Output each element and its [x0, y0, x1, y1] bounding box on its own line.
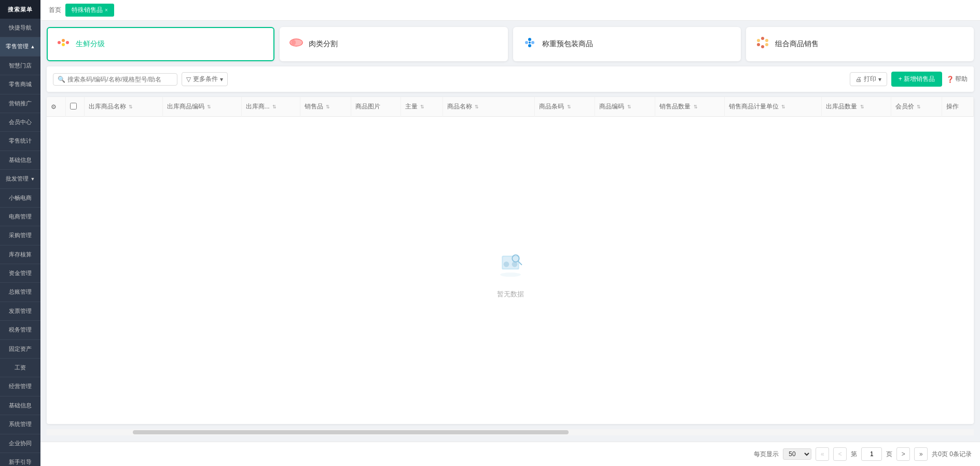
- th-setting[interactable]: ⚙: [47, 97, 65, 117]
- page-size-select[interactable]: 50 10 20 100: [783, 448, 811, 460]
- sidebar-item-label: 发票管理: [9, 307, 32, 315]
- th-action: 操作: [942, 97, 974, 117]
- h-scrollbar-thumb[interactable]: [133, 430, 569, 434]
- sort-icon[interactable]: ⇅: [694, 104, 698, 109]
- toolbar-right: 🖨 打印 ▾ + 新增销售品 ❓ 帮助: [850, 72, 968, 87]
- chevron-down-icon-wholesale: ▼: [31, 176, 35, 183]
- th-member-price: 会员价 ⇅: [891, 97, 942, 117]
- topbar-active-tab[interactable]: 特殊销售品 ×: [65, 4, 114, 17]
- tab-card-combo-label: 组合商品销售: [775, 39, 819, 49]
- h-scrollbar[interactable]: [47, 429, 974, 435]
- help-button[interactable]: ❓ 帮助: [946, 75, 968, 84]
- print-button[interactable]: 🖨 打印 ▾: [850, 72, 887, 86]
- topbar-home-link[interactable]: 首页: [49, 6, 61, 15]
- sidebar-item-wholesale[interactable]: 批发管理 ▼: [0, 170, 40, 188]
- svg-point-10: [529, 42, 531, 44]
- filter-button[interactable]: ▽ 更多条件 ▾: [182, 72, 228, 86]
- sidebar-item-member[interactable]: 会员中心: [0, 113, 40, 132]
- search-input-wrap[interactable]: 🔍: [53, 73, 177, 86]
- sort-icon[interactable]: ⇅: [326, 104, 330, 109]
- sidebar-item-basicinfo2[interactable]: 基础信息: [0, 396, 40, 415]
- sidebar-item-label: 零售统计: [9, 137, 32, 145]
- tab-card-fresh[interactable]: 生鲜分级: [47, 27, 274, 61]
- th-goods-code: 商品编码 ⇅: [595, 97, 655, 117]
- sort-icon[interactable]: ⇅: [567, 104, 571, 109]
- sidebar-logo[interactable]: 搜索菜单: [0, 0, 40, 19]
- sidebar-item-finance[interactable]: 资金管理: [0, 264, 40, 283]
- add-btn-label: + 新增销售品: [899, 75, 935, 84]
- sidebar-item-label: 小畅电商: [9, 194, 32, 202]
- svg-point-7: [528, 38, 531, 41]
- add-sale-item-button[interactable]: + 新增销售品: [891, 72, 942, 87]
- sort-icon[interactable]: ⇅: [272, 104, 277, 109]
- tab-card-combo[interactable]: 组合商品销售: [746, 27, 974, 61]
- sidebar-item-label: 批发管理: [6, 175, 29, 183]
- filter-icon: ▽: [186, 76, 191, 83]
- topbar-tab-close-icon[interactable]: ×: [105, 7, 108, 13]
- svg-point-5: [292, 40, 296, 46]
- sidebar-item-smartstore[interactable]: 智慧门店: [0, 57, 40, 75]
- sidebar-item-label: 会员中心: [9, 118, 32, 126]
- sidebar-item-label: 基础信息: [9, 402, 32, 409]
- print-icon: 🖨: [855, 76, 862, 83]
- svg-point-12: [761, 37, 764, 40]
- data-table: ⚙ 出库商品名称 ⇅ 出库商品编码 ⇅: [47, 97, 974, 117]
- sidebar-item-enterprise[interactable]: 企业协同: [0, 434, 40, 453]
- sort-icon[interactable]: ⇅: [781, 104, 785, 109]
- table-wrap: ⚙ 出库商品名称 ⇅ 出库商品编码 ⇅: [47, 97, 974, 424]
- tab-card-meat[interactable]: 肉类分割: [280, 27, 507, 61]
- sidebar-item-newbie[interactable]: 新手引导: [0, 453, 40, 466]
- sidebar-item-xiaochang[interactable]: 小畅电商: [0, 189, 40, 208]
- sidebar-item-ledger[interactable]: 总账管理: [0, 283, 40, 301]
- sidebar-item-label: 工资: [15, 364, 26, 372]
- sort-icon[interactable]: ⇅: [475, 104, 479, 109]
- th-weight: 主量 ⇅: [401, 97, 443, 117]
- page-label: 第: [851, 450, 857, 459]
- sidebar-item-label: 库存核算: [9, 251, 32, 258]
- page-unit: 页: [886, 450, 892, 459]
- sidebar-item-wage[interactable]: 工资: [0, 359, 40, 377]
- page-input[interactable]: [861, 447, 882, 461]
- sidebar-item-tax[interactable]: 税务管理: [0, 321, 40, 339]
- select-all-checkbox[interactable]: [70, 103, 77, 109]
- sidebar-item-label: 采购管理: [9, 231, 32, 239]
- svg-point-3: [62, 43, 65, 46]
- table-header: ⚙ 出库商品名称 ⇅ 出库商品编码 ⇅: [47, 97, 974, 117]
- next-page-button[interactable]: >: [896, 447, 910, 461]
- sidebar-item-invoice[interactable]: 发票管理: [0, 302, 40, 321]
- sidebar-item-ecommerce[interactable]: 电商管理: [0, 208, 40, 226]
- sidebar-item-label: 智慧门店: [9, 62, 32, 70]
- filter-label: 更多条件: [193, 75, 218, 84]
- sidebar-item-quicknav[interactable]: 快捷导航: [0, 19, 40, 37]
- sidebar-item-retailstat[interactable]: 零售统计: [0, 132, 40, 150]
- page-size-label: 每页显示: [754, 450, 779, 459]
- sidebar-item-retailmall[interactable]: 零售商城: [0, 75, 40, 94]
- sidebar-item-basicinfo1[interactable]: 基础信息: [0, 151, 40, 170]
- sidebar-item-fixedasset[interactable]: 固定资产: [0, 340, 40, 359]
- tab-card-weigh[interactable]: 称重预包装商品: [513, 27, 741, 61]
- sidebar-item-marketing[interactable]: 营销推广: [0, 94, 40, 113]
- sort-icon[interactable]: ⇅: [917, 104, 921, 109]
- prev-page-button[interactable]: <: [833, 447, 847, 461]
- first-page-button[interactable]: «: [816, 447, 829, 461]
- sidebar-item-purchase[interactable]: 采购管理: [0, 226, 40, 245]
- last-page-button[interactable]: »: [914, 447, 928, 461]
- tab-card-meat-label: 肉类分割: [309, 39, 338, 49]
- sort-icon[interactable]: ⇅: [129, 104, 133, 109]
- sort-icon[interactable]: ⇅: [420, 104, 424, 109]
- sidebar-item-bizmanage[interactable]: 经营管理: [0, 377, 40, 396]
- help-icon: ❓: [946, 76, 954, 83]
- sidebar-item-sysmanage[interactable]: 系统管理: [0, 415, 40, 434]
- sidebar: 搜索菜单 快捷导航 零售管理 ▲ 智慧门店 零售商城 营销推广 会员中心 零售统…: [0, 0, 40, 466]
- sort-icon[interactable]: ⇅: [207, 104, 211, 109]
- search-input[interactable]: [67, 76, 173, 83]
- th-out-qty: 出库品数量 ⇅: [822, 97, 891, 117]
- svg-point-21: [512, 262, 517, 267]
- toolbar-left: 🔍 ▽ 更多条件 ▾: [53, 72, 228, 86]
- sort-icon[interactable]: ⇅: [627, 104, 631, 109]
- sidebar-item-inventory[interactable]: 库存核算: [0, 245, 40, 264]
- sort-icon[interactable]: ⇅: [860, 104, 864, 109]
- svg-point-14: [757, 43, 760, 46]
- th-checkbox[interactable]: [65, 97, 84, 117]
- sidebar-item-retail[interactable]: 零售管理 ▲: [0, 37, 40, 56]
